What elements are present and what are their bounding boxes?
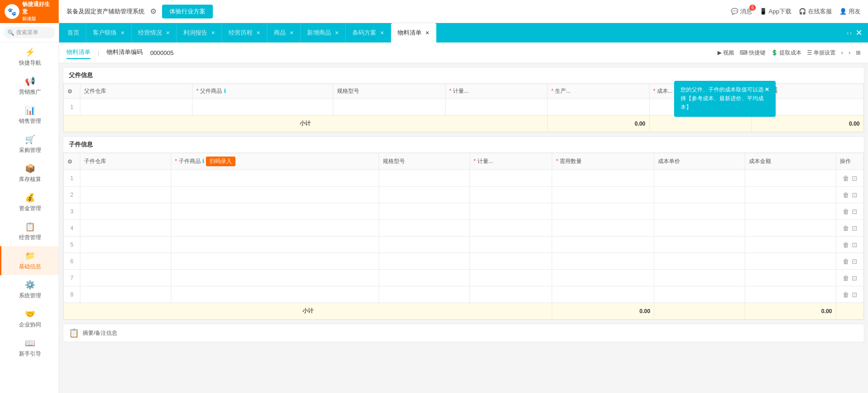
child-spec-cell[interactable] — [379, 236, 470, 253]
child-unit-cell[interactable] — [470, 286, 552, 303]
child-unit-cost-cell[interactable] — [654, 220, 745, 236]
close-bom-tab-icon[interactable]: ✕ — [425, 30, 429, 36]
child-warehouse-cell[interactable] — [80, 286, 171, 303]
tab-goods[interactable]: 商品 ✕ — [267, 23, 301, 42]
tab-profit[interactable]: 利润报告 ✕ — [177, 23, 222, 42]
close-operations-tab-icon[interactable]: ✕ — [166, 30, 170, 36]
child-goods-cell[interactable] — [171, 270, 379, 286]
shortcut-btn[interactable]: ⌨ 快捷键 — [740, 49, 766, 57]
sidebar-item-basic[interactable]: 📁 基础信息 — [0, 246, 59, 275]
setting-btn[interactable]: ☰ 单据设置 — [807, 49, 836, 57]
close-goods-tab-icon[interactable]: ✕ — [289, 30, 294, 36]
sidebar-search-area[interactable]: 🔍 搜索菜单 — [0, 23, 59, 42]
close-barcode-tab-icon[interactable]: ✕ — [380, 30, 384, 36]
child-unit-cell[interactable] — [470, 253, 552, 270]
tab-barcode[interactable]: 条码方案 ✕ — [346, 23, 391, 42]
close-profit-tab-icon[interactable]: ✕ — [211, 30, 215, 36]
copy-icon[interactable]: ⊡ — [852, 274, 857, 282]
online-service-btn[interactable]: 🎧 在线客服 — [799, 7, 832, 16]
message-btn[interactable]: 💬 消息 6 — [731, 7, 752, 16]
child-unit-cell[interactable] — [470, 270, 552, 286]
sidebar-item-operations[interactable]: 📋 经营管理 — [0, 217, 59, 246]
parent-col-settings[interactable]: ⚙ — [64, 84, 80, 99]
child-warehouse-cell[interactable] — [80, 270, 171, 286]
copy-icon[interactable]: ⊡ — [852, 241, 857, 248]
view-btn[interactable]: ▶ 视频 — [717, 49, 734, 57]
sub-tab-bom-code-label[interactable]: 物料清单编码 — [107, 46, 143, 59]
tab-home[interactable]: 首页 — [61, 23, 86, 42]
tab-operations[interactable]: 经营情况 ✕ — [132, 23, 177, 42]
sidebar-item-finance[interactable]: 💰 资金管理 — [0, 188, 59, 217]
nav-prev-icon[interactable]: ‹ — [847, 29, 849, 36]
child-info-icon[interactable]: ℹ — [202, 158, 205, 164]
delete-icon[interactable]: 🗑 — [843, 274, 849, 282]
child-goods-cell[interactable] — [171, 286, 379, 303]
child-unit-cell[interactable] — [470, 236, 552, 253]
child-warehouse-cell[interactable] — [80, 253, 171, 270]
child-quantity-cell[interactable] — [552, 220, 654, 236]
child-spec-cell[interactable] — [379, 286, 470, 303]
delete-icon[interactable]: 🗑 — [843, 208, 849, 215]
child-spec-cell[interactable] — [379, 187, 470, 203]
child-unit-cost-cell[interactable] — [654, 203, 745, 220]
delete-icon[interactable]: 🗑 — [843, 224, 849, 232]
child-col-settings[interactable]: ⚙ — [64, 153, 80, 170]
child-goods-cell[interactable] — [171, 236, 379, 253]
delete-icon[interactable]: 🗑 — [843, 175, 849, 182]
child-spec-cell[interactable] — [379, 170, 470, 187]
grid-icon[interactable]: ⊞ — [856, 49, 861, 56]
child-spec-cell[interactable] — [379, 220, 470, 236]
copy-icon[interactable]: ⊡ — [852, 208, 857, 215]
sidebar-item-sales[interactable]: 📊 销售管理 — [0, 101, 59, 130]
delete-icon[interactable]: 🗑 — [843, 291, 849, 298]
tab-history[interactable]: 经营历程 ✕ — [222, 23, 267, 42]
close-all-tabs-icon[interactable]: ✕ — [852, 28, 866, 38]
copy-icon[interactable]: ⊡ — [852, 224, 857, 232]
child-unit-cost-cell[interactable] — [654, 187, 745, 203]
child-unit-cell[interactable] — [470, 187, 552, 203]
child-goods-cell[interactable] — [171, 253, 379, 270]
sidebar-item-marketing[interactable]: 📢 营销推广 — [0, 72, 59, 101]
child-spec-cell[interactable] — [379, 253, 470, 270]
cost-btn[interactable]: 💲 提取成本 — [771, 49, 802, 57]
sidebar-item-system[interactable]: ⚙️ 系统管理 — [0, 275, 59, 304]
child-quantity-cell[interactable] — [552, 203, 654, 220]
child-quantity-cell[interactable] — [552, 253, 654, 270]
close-newgoods-tab-icon[interactable]: ✕ — [335, 30, 339, 36]
copy-icon[interactable]: ⊡ — [852, 191, 857, 199]
child-warehouse-cell[interactable] — [80, 187, 171, 203]
delete-icon[interactable]: 🗑 — [843, 241, 849, 248]
sidebar-item-purchase[interactable]: 🛒 采购管理 — [0, 130, 59, 159]
child-quantity-cell[interactable] — [552, 286, 654, 303]
delete-icon[interactable]: 🗑 — [843, 191, 849, 199]
child-spec-cell[interactable] — [379, 203, 470, 220]
tab-bom[interactable]: 物料清单 ✕ — [391, 23, 436, 42]
child-goods-cell[interactable] — [171, 220, 379, 236]
child-goods-cell[interactable] — [171, 203, 379, 220]
sidebar-item-enterprise[interactable]: 🤝 企业协同 — [0, 304, 59, 333]
child-quantity-cell[interactable] — [552, 187, 654, 203]
child-unit-cost-cell[interactable] — [654, 236, 745, 253]
child-unit-cost-cell[interactable] — [654, 270, 745, 286]
copy-icon[interactable]: ⊡ — [852, 258, 857, 265]
child-unit-cell[interactable] — [470, 170, 552, 187]
user-btn[interactable]: 👤 用友 — [839, 7, 861, 16]
child-unit-cell[interactable] — [470, 220, 552, 236]
child-quantity-cell[interactable] — [552, 170, 654, 187]
delete-icon[interactable]: 🗑 — [843, 258, 849, 265]
sub-tab-bom-list[interactable]: 物料清单 — [66, 46, 90, 59]
child-quantity-cell[interactable] — [552, 236, 654, 253]
tooltip-close-btn[interactable]: ✕ — [765, 85, 769, 94]
parent-warehouse-cell[interactable] — [80, 99, 193, 115]
nav-right-icon[interactable]: › — [849, 49, 850, 56]
child-goods-cell[interactable] — [171, 170, 379, 187]
child-warehouse-cell[interactable] — [80, 203, 171, 220]
scan-btn[interactable]: 扫码录入 — [206, 157, 235, 166]
copy-icon[interactable]: ⊡ — [852, 291, 857, 298]
child-quantity-cell[interactable] — [552, 270, 654, 286]
parent-unit-cell[interactable] — [446, 99, 548, 115]
tab-newgoods[interactable]: 新增商品 ✕ — [301, 23, 346, 42]
child-spec-cell[interactable] — [379, 270, 470, 286]
sidebar-item-inventory[interactable]: 📦 库存核算 — [0, 159, 59, 188]
close-customer-tab-icon[interactable]: ✕ — [121, 30, 125, 36]
